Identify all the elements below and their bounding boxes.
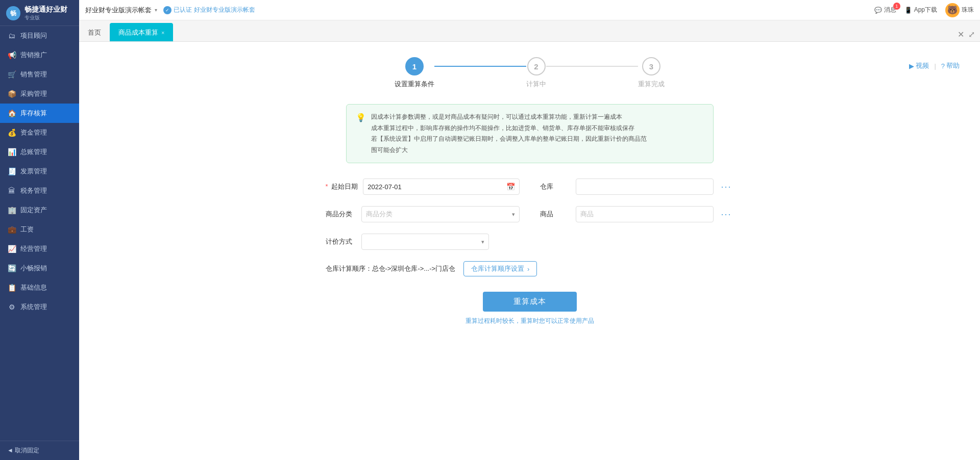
project-icon: 🗂 <box>7 31 16 40</box>
accounting-icon: 📊 <box>7 147 16 157</box>
sidebar-item-label: 资金管理 <box>20 128 47 137</box>
form-row-1: * 起始日期 2022-07-01 📅 仓库 ··· <box>326 178 734 195</box>
start-date-label: * 起始日期 <box>326 182 358 191</box>
step-3-label: 重算完成 <box>638 80 665 89</box>
verified-label: 已认证 <box>174 6 192 14</box>
category-group: 商品分类 商品分类 ▾ <box>326 206 520 222</box>
sidebar-item-label: 库存核算 <box>20 109 47 118</box>
tab-bar-right: ✕ ⤢ <box>952 30 980 41</box>
warehouse-input[interactable] <box>576 178 714 195</box>
app-logo-icon: 畅 <box>6 6 20 20</box>
sidebar-item-label: 销售管理 <box>20 70 47 79</box>
marketing-icon: 📢 <box>7 50 16 60</box>
sidebar-header: 畅 畅捷通好业财 专业版 <box>0 0 79 26</box>
sidebar-item-label: 经营管理 <box>20 244 47 253</box>
expense-icon: 🔄 <box>7 264 16 273</box>
app-download-label: App下载 <box>914 6 937 14</box>
account-name: 好业财专业版演示帐套 <box>85 6 152 15</box>
sidebar-item-tax[interactable]: 🏛税务管理 <box>0 181 79 200</box>
sidebar-unpin-button[interactable]: ◄ 取消固定 <box>0 441 79 460</box>
goods-placeholder: 商品 <box>580 210 709 219</box>
video-link[interactable]: ▶ 视频 <box>909 61 929 70</box>
sidebar-item-label: 小畅报销 <box>20 264 47 273</box>
warehouse-more-icon[interactable]: ··· <box>719 182 733 192</box>
step-3: 3 重算完成 <box>638 57 665 89</box>
top-bar: 好业财专业版演示帐套 ▾ ✓ 已认证 好业财专业版演示帐套 💬 消息 1 📱 A… <box>79 0 980 20</box>
main-area: 好业财专业版演示帐套 ▾ ✓ 已认证 好业财专业版演示帐套 💬 消息 1 📱 A… <box>79 0 980 460</box>
tab-home-label: 首页 <box>88 28 101 37</box>
pricing-row: 计价方式 ▾ <box>326 234 734 250</box>
sidebar-item-label: 基础信息 <box>20 283 47 292</box>
category-placeholder: 商品分类 <box>366 210 512 219</box>
account-selector[interactable]: 好业财专业版演示帐套 ▾ <box>85 6 157 15</box>
tax-icon: 🏛 <box>7 186 16 195</box>
pricing-select[interactable]: ▾ <box>361 234 489 250</box>
sidebar-item-marketing[interactable]: 📢营销推广 <box>0 45 79 65</box>
category-chevron-icon: ▾ <box>512 211 515 218</box>
sidebar-item-label: 工资 <box>20 225 34 234</box>
sidebar-item-project[interactable]: 🗂项目顾问 <box>0 26 79 45</box>
step-1: 1 设置重算条件 <box>395 57 434 89</box>
inventory-icon: 🏠 <box>7 109 16 118</box>
logo-text: 畅 <box>10 9 16 18</box>
step-2-circle: 2 <box>527 57 546 75</box>
start-date-input[interactable]: 2022-07-01 📅 <box>363 178 519 195</box>
goods-label: 商品 <box>540 210 571 219</box>
verified-icon: ✓ <box>163 6 172 14</box>
pricing-chevron-icon: ▾ <box>481 239 484 245</box>
form-row-2: 商品分类 商品分类 ▾ 商品 商品 ··· <box>326 206 734 222</box>
tab-close-icon[interactable]: × <box>161 30 164 36</box>
sidebar-item-system[interactable]: ⚙系统管理 <box>0 297 79 317</box>
warehouse-order-row: 仓库计算顺序：总仓->深圳仓库->...->门店仓 仓库计算顺序设置 › <box>326 261 734 276</box>
calendar-icon[interactable]: 📅 <box>506 183 515 191</box>
user-menu[interactable]: 🐻 珠珠 <box>945 3 974 17</box>
recalc-button[interactable]: 重算成本 <box>483 292 577 312</box>
warehouse-order-btn[interactable]: 仓库计算顺序设置 › <box>463 261 537 276</box>
app-subtitle: 专业版 <box>24 14 67 21</box>
sidebar-item-label: 总账管理 <box>20 147 47 157</box>
help-links: ▶ 视频 | ? 帮助 <box>909 61 960 70</box>
sidebar-item-label: 项目顾问 <box>20 31 47 40</box>
sidebar-item-expense[interactable]: 🔄小畅报销 <box>0 259 79 278</box>
warehouse-btn-chevron-icon: › <box>527 265 529 273</box>
assets-icon: 🏢 <box>7 206 16 215</box>
payroll-icon: 💼 <box>7 225 16 234</box>
category-select[interactable]: 商品分类 ▾ <box>361 206 520 222</box>
sidebar-nav: 🗂项目顾问📢营销推广🛒销售管理📦采购管理🏠库存核算💰资金管理📊总账管理🧾发票管理… <box>0 26 79 441</box>
top-bar-actions: 💬 消息 1 📱 App下载 🐻 珠珠 <box>874 3 974 17</box>
maximize-icon[interactable]: ⤢ <box>968 30 975 39</box>
step-indicator: 1 设置重算条件 2 计算中 3 重算完成 <box>100 57 960 89</box>
content-area: 1 设置重算条件 2 计算中 3 重算完成 <box>79 42 980 460</box>
sidebar-item-finance[interactable]: 💰资金管理 <box>0 123 79 142</box>
recalc-section: 重算成本 重算过程耗时较长，重算时您可以正常使用产品 <box>326 292 734 325</box>
messages-button[interactable]: 💬 消息 1 <box>874 6 896 14</box>
goods-input[interactable]: 商品 <box>576 206 714 222</box>
tab-home[interactable]: 首页 <box>79 23 110 41</box>
start-date-value: 2022-07-01 <box>368 183 506 191</box>
sidebar-item-label: 税务管理 <box>20 186 47 195</box>
connector-2 <box>546 66 638 67</box>
sales-icon: 🛒 <box>7 70 16 79</box>
sidebar-item-assets[interactable]: 🏢固定资产 <box>0 200 79 220</box>
tab-cost-recalc[interactable]: 商品成本重算 × <box>110 23 173 41</box>
sidebar-item-accounting[interactable]: 📊总账管理 <box>0 142 79 162</box>
close-window-icon[interactable]: ✕ <box>958 30 964 39</box>
sidebar-item-operations[interactable]: 📈经营管理 <box>0 239 79 259</box>
sidebar-item-purchase[interactable]: 📦采购管理 <box>0 84 79 104</box>
sidebar-item-basic[interactable]: 📋基础信息 <box>0 278 79 297</box>
warehouse-order-label: 仓库计算顺序：总仓->深圳仓库->...->门店仓 <box>326 264 456 273</box>
sidebar-item-payroll[interactable]: 💼工资 <box>0 220 79 239</box>
step-1-circle: 1 <box>405 57 424 75</box>
purchase-icon: 📦 <box>7 89 16 98</box>
app-download-button[interactable]: 📱 App下载 <box>904 6 937 14</box>
goods-more-icon[interactable]: ··· <box>719 209 733 220</box>
notification-badge: 1 <box>893 3 900 10</box>
sidebar-item-invoice[interactable]: 🧾发票管理 <box>0 162 79 181</box>
required-star: * <box>326 183 328 190</box>
sidebar-item-inventory[interactable]: 🏠库存核算 <box>0 104 79 123</box>
sidebar-item-sales[interactable]: 🛒销售管理 <box>0 65 79 84</box>
help-link[interactable]: ? 帮助 <box>941 61 960 70</box>
tab-bar: 首页 商品成本重算 × ✕ ⤢ <box>79 20 980 42</box>
warehouse-group: 仓库 ··· <box>540 178 734 195</box>
step-2: 2 计算中 <box>526 57 546 89</box>
